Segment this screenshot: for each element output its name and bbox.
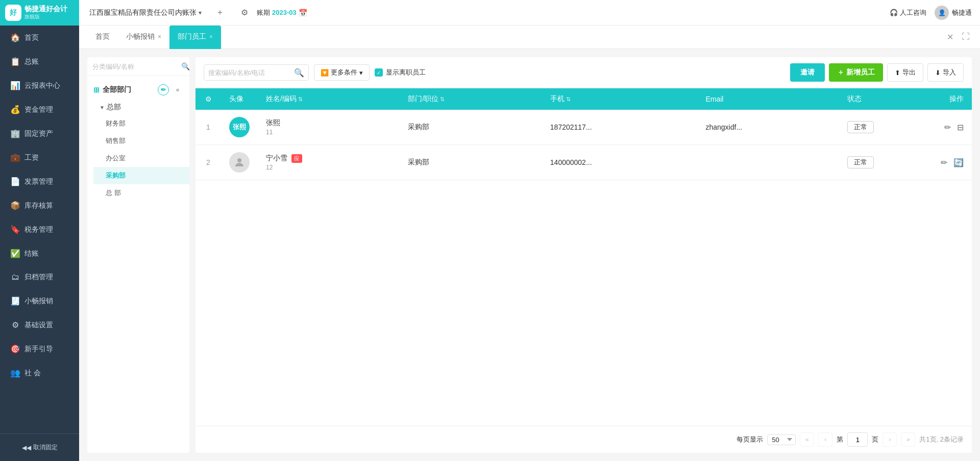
show-resigned-toggle[interactable]: ✓ 显示离职员工 — [375, 68, 426, 77]
sidebar-item-reports[interactable]: 📊 云报表中心 — [0, 74, 79, 98]
sidebar-item-label: 工资 — [24, 153, 39, 162]
expense-icon: 🧾 — [10, 296, 20, 306]
edit-icon-2[interactable]: ✏ — [941, 158, 947, 167]
tab-employees-close[interactable]: × — [209, 33, 213, 40]
calendar-icon[interactable]: 📅 — [299, 9, 307, 17]
service-button[interactable]: 🎧 人工咨询 — [890, 8, 926, 17]
sidebar-item-assets[interactable]: 🏢 固定资产 — [0, 122, 79, 145]
user-info[interactable]: 👤 畅捷通 — [935, 6, 972, 20]
logout-icon-1[interactable]: ⊟ — [957, 123, 964, 132]
col-status: 状态 — [839, 88, 911, 110]
dept-item-finance[interactable]: 财务部 — [93, 115, 189, 132]
dept-search-icon[interactable]: 🔍 — [181, 62, 189, 70]
page-input[interactable] — [847, 432, 868, 447]
svg-point-0 — [237, 158, 241, 162]
sidebar-item-inventory[interactable]: 📦 库存核算 — [0, 193, 79, 217]
window-btns: ✕ ⛶ — [945, 30, 972, 44]
invite-button[interactable]: 邀请 — [790, 63, 825, 82]
tab-expense-close[interactable]: × — [158, 33, 161, 40]
dept-item-sales[interactable]: 销售部 — [93, 132, 189, 150]
dept-item-office[interactable]: 办公室 — [93, 150, 189, 167]
home-icon: 🏠 — [10, 33, 20, 42]
sidebar-item-salary[interactable]: 💼 工资 — [0, 145, 79, 169]
app-logo-icon: 好 — [5, 5, 21, 21]
import-label: 导入 — [943, 68, 956, 77]
status-badge-1: 正常 — [847, 121, 874, 133]
sidebar-item-social[interactable]: 👥 社 会 — [0, 361, 79, 385]
page-suffix: 页 — [872, 435, 878, 444]
maximize-btn[interactable]: ⛶ — [960, 30, 972, 44]
sidebar-item-ledger[interactable]: 📋 总账 — [0, 50, 79, 74]
col-avatar: 头像 — [221, 88, 258, 110]
cancel-fixed-btn[interactable]: ◀◀ 取消固定 — [0, 439, 79, 456]
export-button[interactable]: ⬆ 导出 — [887, 63, 923, 82]
dept-group-name: 总部 — [107, 103, 121, 112]
page-size-select[interactable]: 50 10 20 100 — [767, 434, 796, 445]
sidebar-item-settlement[interactable]: ✅ 结账 — [0, 241, 79, 265]
triangle-icon: ▼ — [100, 105, 105, 110]
avatar-cell-1: 张熙 — [221, 110, 258, 145]
employee-search-input[interactable] — [208, 69, 294, 77]
dept-tree: ⊞ 全部部门 ✏ « ▼ 总部 财务部 销售部 办公室 采购部 — [87, 76, 189, 453]
col-settings[interactable]: ⚙ — [195, 88, 221, 110]
company-dropdown-icon: ▾ — [199, 9, 202, 16]
resigned-checkbox[interactable]: ✓ — [375, 68, 383, 77]
col-dept[interactable]: 部门/职位 — [400, 88, 542, 110]
tab-employees[interactable]: 部门员工 × — [169, 26, 221, 49]
dept-group-headquarters: ▼ 总部 财务部 销售部 办公室 采购部 总 部 — [87, 100, 189, 202]
status-cell-2: 正常 — [839, 145, 911, 180]
sidebar-item-invoice[interactable]: 📄 发票管理 — [0, 169, 79, 193]
dept-search-input[interactable] — [92, 63, 178, 70]
headset-icon: 🎧 — [890, 9, 898, 16]
sidebar-item-funds[interactable]: 💰 资金管理 — [0, 98, 79, 122]
social-icon: 👥 — [10, 368, 20, 378]
period-value[interactable]: 2023-03 — [272, 9, 297, 16]
dept-all-btn[interactable]: ⊞ 全部部门 ✏ « — [87, 80, 189, 100]
tab-home[interactable]: 首页 — [87, 26, 118, 49]
sidebar-item-archive[interactable]: 🗂 归档管理 — [0, 265, 79, 289]
sidebar-item-guide[interactable]: 🎯 新手引导 — [0, 337, 79, 361]
dept-group-title[interactable]: ▼ 总部 — [93, 100, 189, 115]
grid-icon: ⊞ — [93, 86, 100, 94]
actions-cell-2: ✏ 🔄 — [911, 145, 972, 180]
sidebar: 🏠 首页 📋 总账 📊 云报表中心 💰 资金管理 🏢 固定资产 💼 工资 📄 发… — [0, 26, 79, 461]
toolbar-right: 邀请 ＋ 新增员工 ⬆ 导出 ⬇ 导入 — [790, 63, 964, 82]
dept-all-label: 全部部门 — [103, 85, 131, 94]
import-button[interactable]: ⬇ 导入 — [927, 63, 964, 82]
company-selector[interactable]: 江西服宝精品有限责任公司内账张 ▾ — [89, 8, 204, 17]
sidebar-item-tax[interactable]: 🔖 税务管理 — [0, 217, 79, 241]
tax-icon: 🔖 — [10, 225, 20, 234]
dept-item-hq[interactable]: 总 部 — [93, 184, 189, 202]
add-employee-button[interactable]: ＋ 新增员工 — [829, 63, 883, 82]
dept-edit-btn[interactable]: ✏ — [158, 84, 169, 95]
sidebar-item-expense[interactable]: 🧾 小畅报销 — [0, 289, 79, 313]
sidebar-item-home[interactable]: 🏠 首页 — [0, 26, 79, 50]
settings-icon-btn[interactable]: ⚙ — [236, 5, 253, 21]
dept-item-procurement[interactable]: 采购部 — [93, 167, 189, 184]
last-page-btn[interactable]: » — [901, 432, 915, 447]
refresh-icon-2[interactable]: 🔄 — [953, 158, 964, 167]
user-name: 畅捷通 — [952, 8, 972, 17]
avatar-1: 张熙 — [229, 117, 250, 137]
main-layout: 🏠 首页 📋 总账 📊 云报表中心 💰 资金管理 🏢 固定资产 💼 工资 📄 发… — [0, 26, 980, 461]
first-page-btn[interactable]: « — [800, 432, 814, 447]
sidebar-item-label: 结账 — [24, 249, 39, 258]
col-name[interactable]: 姓名/编码 — [258, 88, 400, 110]
more-filter-btn[interactable]: 🔽 更多条件 ▾ — [314, 64, 370, 81]
sidebar-item-label: 新手引导 — [24, 345, 53, 354]
filter-chevron-icon: ▾ — [359, 69, 363, 77]
employee-table-container: ⚙ 头像 姓名/编码 部门/职位 手机 Email 状态 操作 — [195, 88, 972, 426]
next-page-btn[interactable]: › — [883, 432, 897, 447]
close-window-btn[interactable]: ✕ — [945, 30, 955, 44]
dept-collapse-btn[interactable]: « — [172, 84, 183, 95]
search-icon[interactable]: 🔍 — [294, 68, 304, 78]
assets-icon: 🏢 — [10, 129, 20, 138]
tab-expense[interactable]: 小畅报销 × — [118, 26, 169, 49]
edit-icon-1[interactable]: ✏ — [944, 123, 951, 132]
row-index-1: 1 — [195, 110, 221, 145]
prev-page-btn[interactable]: ‹ — [818, 432, 832, 447]
sidebar-item-label: 首页 — [24, 33, 39, 42]
sidebar-item-settings[interactable]: ⚙ 基础设置 — [0, 313, 79, 337]
add-icon-btn[interactable]: ＋ — [212, 5, 228, 21]
col-phone[interactable]: 手机 — [542, 88, 698, 110]
